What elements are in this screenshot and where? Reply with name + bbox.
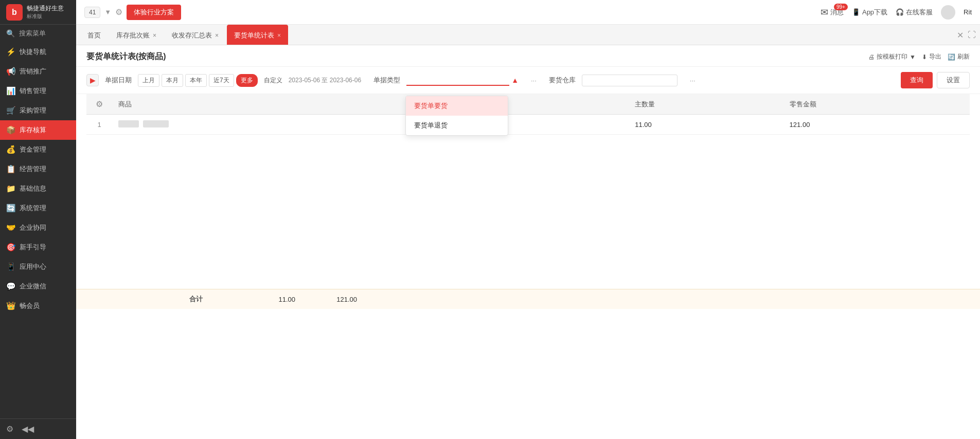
sidebar-item-label: 采购管理	[20, 106, 46, 115]
filter-bar: ▶ 单据日期 上月 本月 本年 近7天 更多 自定义 2023-05-06 至 …	[76, 67, 980, 94]
app-center-icon: 📱	[6, 262, 15, 271]
data-table: ⚙ 商品 主计量单位 主数量 零售金额	[86, 94, 970, 135]
sidebar-item-member[interactable]: 👑 畅会员	[0, 296, 76, 316]
page-header: 要货单统计表(按商品) 🖨 按模板打印 ▼ ⬇ 导出 🔄 刷新	[76, 45, 980, 67]
sidebar-item-guide[interactable]: 🎯 新手引导	[0, 237, 76, 257]
settings-bottom-icon[interactable]: ⚙	[6, 424, 13, 434]
col-settings[interactable]: ⚙	[86, 94, 112, 115]
refresh-label: 刷新	[957, 52, 970, 61]
sidebar-item-enterprise[interactable]: 🤝 企业协同	[0, 218, 76, 237]
guide-icon: 🎯	[6, 243, 15, 252]
date-btn-last-month[interactable]: 上月	[138, 74, 159, 87]
sidebar-item-app-center[interactable]: 📱 应用中心	[0, 257, 76, 277]
print-dropdown-icon: ▼	[910, 53, 916, 61]
col-amount: 零售金额	[783, 94, 970, 115]
sidebar-item-label: 基础信息	[20, 184, 46, 193]
search-menu[interactable]: 🔍 搜索菜单	[0, 25, 76, 42]
collapse-icon[interactable]: ◀◀	[22, 424, 34, 434]
tabs-expand-icon[interactable]: ⛶	[968, 30, 976, 40]
print-btn[interactable]: 🖨 按模板打印 ▼	[868, 52, 916, 61]
sidebar-item-quick-nav[interactable]: ⚡ 快捷导航	[0, 42, 76, 62]
footer-amount: 121.00	[306, 296, 357, 303]
print-label: 按模板打印	[877, 52, 907, 61]
goods-placeholder-1	[118, 120, 139, 127]
company-dropdown-icon[interactable]: ▼	[104, 8, 111, 16]
dropdown-item-order-return[interactable]: 要货单退货	[406, 116, 508, 135]
tab-batch-account-close[interactable]: ×	[153, 32, 156, 39]
dropdown-item-order-return-label: 要货单退货	[414, 121, 448, 129]
sidebar-item-marketing[interactable]: 📢 营销推广	[0, 62, 76, 81]
sidebar-item-basic-info[interactable]: 📁 基础信息	[0, 179, 76, 198]
sidebar-item-label: 销售管理	[20, 86, 46, 96]
goods-placeholder-2	[143, 120, 169, 127]
date-btn-this-year[interactable]: 本年	[185, 74, 207, 87]
tab-order-stats[interactable]: 要货单统计表 ×	[227, 25, 288, 45]
tab-home[interactable]: 首页	[80, 25, 108, 45]
table-row: 1 块 11.00 121.00	[86, 115, 970, 135]
row-no: 1	[86, 115, 112, 135]
company-id[interactable]: 41	[84, 7, 100, 18]
row-amount: 121.00	[783, 115, 970, 135]
refresh-btn[interactable]: 🔄 刷新	[948, 52, 970, 61]
export-icon: ⬇	[922, 53, 927, 61]
system-icon: 🔄	[6, 204, 15, 213]
filter-more-icon[interactable]: ···	[531, 77, 537, 84]
sidebar-item-operations[interactable]: 📋 经营管理	[0, 159, 76, 179]
warehouse-input[interactable]	[582, 75, 678, 86]
tab-order-stats-label: 要货单统计表	[234, 31, 274, 40]
topbar-left: 41 ▼ ⚙ 体验行业方案	[84, 5, 181, 20]
tab-receive-summary-close[interactable]: ×	[215, 32, 219, 39]
col-settings-icon[interactable]: ⚙	[96, 100, 103, 108]
date-btn-more[interactable]: 更多	[236, 74, 258, 87]
dropdown-item-order-goods[interactable]: 要货单要货	[406, 96, 508, 116]
date-label: 单据日期	[105, 76, 132, 85]
date-btn-7days[interactable]: 近7天	[209, 74, 234, 87]
filter-toggle-btn[interactable]: ▶	[86, 74, 99, 86]
tab-home-label: 首页	[87, 31, 101, 40]
app-download-button[interactable]: 📱 App下载	[852, 8, 887, 17]
operations-icon: 📋	[6, 164, 15, 174]
tab-receive-summary[interactable]: 收发存汇总表 ×	[165, 25, 226, 45]
message-button[interactable]: ✉ 消息 99+	[821, 7, 844, 18]
topbar-settings-icon[interactable]: ⚙	[115, 7, 122, 17]
type-input[interactable]	[406, 75, 509, 86]
sidebar-item-sales[interactable]: 📊 销售管理	[0, 81, 76, 101]
sidebar-item-inventory[interactable]: 📦 库存核算	[0, 120, 76, 140]
sidebar-item-finance[interactable]: 💰 资金管理	[0, 140, 76, 159]
app-icon: 📱	[852, 8, 860, 16]
online-service-button[interactable]: 🎧 在线客服	[896, 8, 933, 17]
logo-icon: b	[6, 4, 23, 21]
sidebar-item-purchase[interactable]: 🛒 采购管理	[0, 101, 76, 120]
settings-button[interactable]: 设置	[937, 72, 970, 88]
export-btn[interactable]: ⬇ 导出	[922, 52, 941, 61]
table-container: ⚙ 商品 主计量单位 主数量 零售金额	[76, 94, 980, 135]
row-quantity: 11.00	[629, 115, 783, 135]
tabs-close-all-icon[interactable]: ✕	[957, 30, 964, 40]
footer-quantity: 11.00	[244, 296, 295, 303]
date-btn-this-month[interactable]: 本月	[162, 74, 183, 87]
warehouse-more-icon[interactable]: ···	[690, 77, 696, 84]
basic-info-icon: 📁	[6, 184, 15, 193]
type-label: 单据类型	[373, 76, 400, 85]
empty-space	[76, 135, 980, 289]
tab-batch-account[interactable]: 库存批次账 ×	[109, 25, 164, 45]
col-quantity: 主数量	[629, 94, 783, 115]
date-custom-btn[interactable]: 自定义	[264, 76, 282, 85]
sidebar-item-label: 企业微信	[20, 282, 46, 291]
filter-actions: 查询 设置	[901, 72, 970, 88]
user-name: Rit	[964, 8, 972, 16]
query-button[interactable]: 查询	[901, 72, 933, 88]
refresh-icon: 🔄	[948, 53, 955, 61]
sidebar-item-wechat[interactable]: 💬 企业微信	[0, 277, 76, 296]
sidebar-nav: ⚡ 快捷导航 📢 营销推广 📊 销售管理 🛒 采购管理 📦 库存核算 💰 资金管…	[0, 42, 76, 418]
sidebar-item-system[interactable]: 🔄 系统管理	[0, 198, 76, 218]
trial-button[interactable]: 体验行业方案	[127, 5, 181, 20]
avatar[interactable]	[941, 5, 955, 20]
row-goods	[112, 115, 411, 135]
export-label: 导出	[929, 52, 941, 61]
tab-order-stats-close[interactable]: ×	[277, 32, 281, 39]
sidebar-item-label: 新手引导	[20, 243, 46, 252]
type-arrow-icon[interactable]: ▲	[511, 76, 519, 84]
date-range: 2023-05-06 至 2023-06-06	[289, 76, 361, 85]
sidebar-item-label: 应用中心	[20, 262, 46, 271]
